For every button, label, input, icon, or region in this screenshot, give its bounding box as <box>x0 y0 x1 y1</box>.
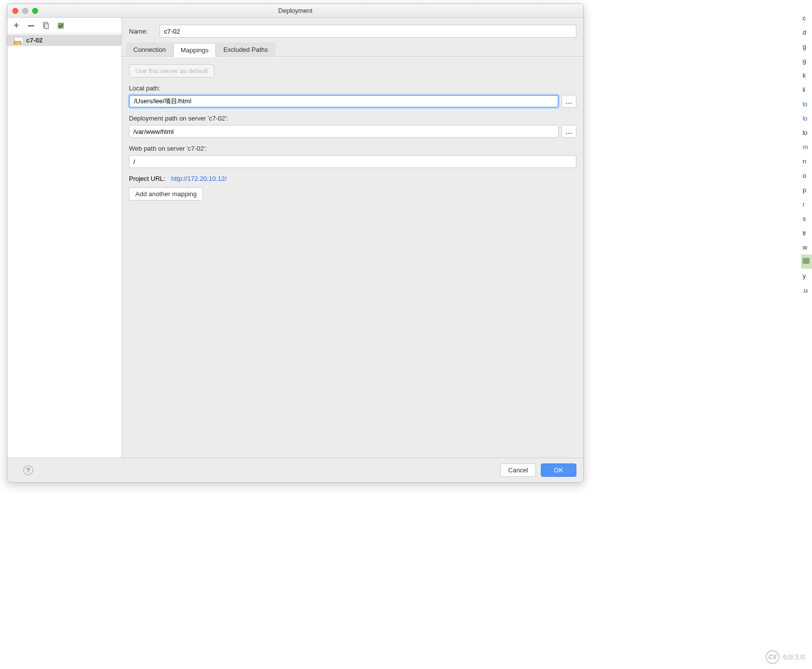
sidebar-toolbar: + − <box>7 18 122 34</box>
browse-local-path-button[interactable]: ... <box>562 95 576 108</box>
tab-excluded-paths[interactable]: Excluded Paths <box>216 42 275 56</box>
main-panel: Name: Connection Mappings Excluded Paths… <box>122 18 583 458</box>
deployment-dialog: Deployment + − c7-02 <box>7 3 584 483</box>
add-mapping-button[interactable]: Add another mapping <box>129 187 203 201</box>
validate-icon[interactable] <box>57 22 65 30</box>
help-button[interactable]: ? <box>23 465 33 475</box>
project-url-label: Project URL: <box>129 175 165 182</box>
tabs: Connection Mappings Excluded Paths <box>122 42 583 57</box>
window-title: Deployment <box>278 7 312 14</box>
web-path-label: Web path on server 'c7-02': <box>129 145 576 152</box>
sidebar: + − c7-02 <box>7 18 122 458</box>
minimize-icon <box>22 8 28 14</box>
browse-deployment-path-button[interactable]: ... <box>562 125 576 138</box>
svg-rect-1 <box>44 24 48 29</box>
traffic-lights <box>12 8 38 14</box>
add-server-icon[interactable]: + <box>12 22 20 30</box>
cancel-button[interactable]: Cancel <box>500 463 536 477</box>
svg-rect-2 <box>58 23 64 29</box>
sftp-icon <box>14 37 23 44</box>
deployment-path-input[interactable] <box>129 125 559 138</box>
titlebar[interactable]: Deployment <box>7 4 583 18</box>
server-item-c7-02[interactable]: c7-02 <box>7 35 122 46</box>
tab-body-mappings: Use this server as default Local path: .… <box>122 57 583 458</box>
server-label: c7-02 <box>26 37 42 44</box>
use-as-default-button: Use this server as default <box>129 64 214 78</box>
tab-connection[interactable]: Connection <box>126 42 173 56</box>
tab-mappings[interactable]: Mappings <box>173 43 216 57</box>
name-input[interactable] <box>160 25 576 38</box>
server-list: c7-02 <box>7 34 122 458</box>
local-path-label: Local path: <box>129 84 576 92</box>
close-icon[interactable] <box>12 8 18 14</box>
dialog-footer: ? Cancel OK <box>7 458 583 482</box>
background-tree: cdggkli lololom noprstr w y.u <box>801 11 812 297</box>
web-path-input[interactable] <box>129 155 576 168</box>
name-label: Name: <box>129 28 155 35</box>
project-url-link[interactable]: http://172.20.10.12/ <box>171 175 227 182</box>
copy-icon[interactable] <box>42 22 50 30</box>
ok-button[interactable]: OK <box>541 463 576 477</box>
watermark: CX 创新互联 <box>766 650 806 664</box>
remove-server-icon[interactable]: − <box>27 22 35 30</box>
zoom-icon[interactable] <box>32 8 38 14</box>
deployment-path-label: Deployment path on server 'c7-02': <box>129 115 576 122</box>
local-path-input[interactable] <box>129 95 559 108</box>
